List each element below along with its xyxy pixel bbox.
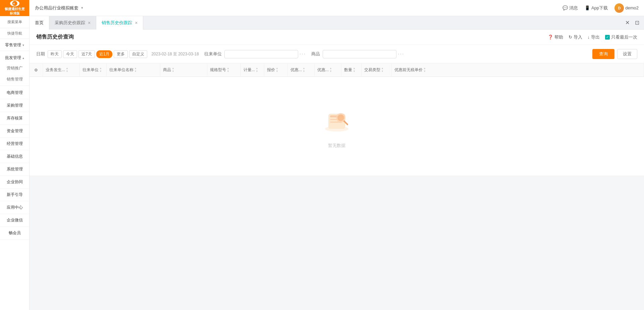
message-btn[interactable]: 💬 消息 [562,5,578,11]
th-trade[interactable]: 交易类型 ▲▼ [362,63,392,76]
page-header: 销售历史价查询 ❓ 帮助 ↻ 导入 ↓ 导出 ✓ 只看最后一次 [30,30,644,45]
calc-sort-arrows[interactable]: ▲▼ [256,67,258,73]
sidebar-item-wechat[interactable]: 企业微信 [0,214,29,227]
sidebar-item-operations[interactable]: 经营管理 [0,138,29,150]
goods-filter-group: 商品 ··· [311,50,404,58]
sidebar-quick-nav[interactable]: 快捷导航 [0,28,29,39]
empty-state: 暂无数据 [30,77,644,175]
date-btn-yesterday[interactable]: 昨天 [48,50,62,58]
tab-sales-close-btn[interactable]: × [135,20,138,25]
th-goods[interactable]: 商品 ▲▼ [160,63,207,76]
goods-dots-btn[interactable]: ··· [398,51,404,57]
export-btn[interactable]: ↓ 导出 [588,34,600,40]
th-spec[interactable]: 规格型号 ▲▼ [207,63,241,76]
date-btn-1month[interactable]: 近1月 [96,50,113,58]
app-logo: 6 畅捷通好生意 标准版 [0,0,29,16]
tab-purchase-history[interactable]: 采购历史价跟踪 × [49,16,96,30]
import-btn[interactable]: ↻ 导入 [569,34,582,40]
th-unit[interactable]: 往来单位 ▲▼ [80,63,107,76]
th-discount2[interactable]: 优惠... ▲▼ [315,63,341,76]
date-btn-today[interactable]: 今天 [63,50,77,58]
export-icon: ↓ [588,35,590,40]
discount1-sort-arrows[interactable]: ▲▼ [303,67,305,73]
th-calc[interactable]: 计量... ▲▼ [241,63,264,76]
user-avatar-btn[interactable]: D demo2 [614,3,639,13]
date-btn-7days[interactable]: 近7天 [78,50,95,58]
goods-sort-arrows[interactable]: ▲▼ [172,67,174,73]
workspace-selector[interactable]: 办公用品行业模拟账套 ▾ [35,5,83,11]
trade-sort-arrows[interactable]: ▲▼ [381,67,384,73]
table-header: ⚙ 业务发生... ▲▼ 往来单位 ▲▼ 往来单位名称 ▲▼ 商品 ▲▼ [30,63,644,77]
sidebar-item-system[interactable]: 系统管理 [0,163,29,176]
divider-1 [0,51,29,51]
app-subtitle: 标准版 [10,11,20,16]
tab-purchase-close-btn[interactable]: × [88,20,91,25]
wholesale-arrow: ▴ [22,56,24,60]
spec-sort-arrows[interactable]: ▲▼ [227,67,229,73]
app-download-btn[interactable]: 📱 App下载 [585,5,608,11]
checkbox-icon: ✓ [605,35,610,40]
settings-gear-icon[interactable]: ⚙ [34,68,38,72]
date-sort-arrows[interactable]: ▲▼ [66,67,68,73]
filter-bar: 日期 昨天 今天 近7天 近1月 更多 自定义 2023-02-18 至 202… [30,45,644,63]
workspace-dropdown-arrow[interactable]: ▾ [81,6,83,10]
sidebar-item-basic[interactable]: 基础信息 [0,150,29,163]
quote-sort-arrows[interactable]: ▲▼ [276,67,278,73]
partner-input[interactable] [224,50,298,58]
partner-input-group: ··· [224,50,306,58]
page-content: 销售历史价查询 ❓ 帮助 ↻ 导入 ↓ 导出 ✓ 只看最后一次 [30,30,644,310]
sidebar-item-newbie[interactable]: 新手引导 [0,189,29,201]
settings-btn[interactable]: 设置 [617,49,637,59]
divider-2 [0,86,29,86]
sidebar-item-inventory[interactable]: 库存核算 [0,112,29,125]
page-title: 销售历史价查询 [36,34,74,41]
tabs-actions: ✕ ⊡ [623,18,644,27]
svg-point-0 [12,1,17,6]
th-discount1[interactable]: 优惠... ▲▼ [288,63,315,76]
unitname-sort-arrows[interactable]: ▲▼ [134,67,137,73]
date-filter-label: 日期 [36,51,45,57]
th-date[interactable]: 业务发生... ▲▼ [43,63,80,76]
import-icon: ↻ [569,35,572,40]
sidebar-item-ecommerce[interactable]: 电商管理 [0,87,29,99]
date-range-display: 2023-02-18 至 2023-03-18 [151,51,199,57]
sidebar-item-finance[interactable]: 资金管理 [0,125,29,138]
notax-sort-arrows[interactable]: ▲▼ [423,67,426,73]
goods-input[interactable] [323,50,396,58]
qty-sort-arrows[interactable]: ▲▼ [353,67,356,73]
sidebar-item-purchase[interactable]: 采购管理 [0,99,29,112]
th-unit-name[interactable]: 往来单位名称 ▲▼ [107,63,160,76]
th-qty[interactable]: 数量 ▲▼ [341,63,362,76]
only-last-checkbox[interactable]: ✓ 只看最后一次 [605,34,637,40]
date-filter-group: 日期 昨天 今天 近7天 近1月 更多 自定义 2023-02-18 至 202… [36,50,199,58]
th-settings[interactable]: ⚙ [30,63,43,76]
date-btn-custom[interactable]: 自定义 [129,50,147,58]
sidebar-item-wholesale[interactable]: 批发管理 ▴ [0,52,29,63]
help-btn[interactable]: ❓ 帮助 [548,34,563,40]
tab-home[interactable]: 首页 [30,16,49,30]
app-name: 畅捷通好生意 [5,7,25,11]
partner-filter-label: 往来单位 [204,51,222,57]
unit-sort-arrows[interactable]: ▲▼ [99,67,102,73]
sidebar-item-member[interactable]: 畅会员 [0,227,29,240]
empty-text: 暂无数据 [328,143,345,149]
tab-sales-history[interactable]: 销售历史价跟踪 × [96,16,143,30]
table-area: ⚙ 业务发生... ▲▼ 往来单位 ▲▼ 往来单位名称 ▲▼ 商品 ▲▼ [30,63,644,175]
sidebar-item-retail[interactable]: 零售管理 ▾ [0,39,29,50]
sidebar-item-sales[interactable]: 销售管理 [0,74,29,85]
sidebar-item-appstore[interactable]: 应用中心 [0,201,29,214]
close-all-tabs-btn[interactable]: ✕ [623,18,632,27]
discount2-sort-arrows[interactable]: ▲▼ [329,67,332,73]
th-notax[interactable]: 优惠前无税单价 ▲▼ [392,63,644,76]
workspace-name: 办公用品行业模拟账套 [35,5,78,11]
sidebar-item-enterprise[interactable]: 企业协同 [0,176,29,189]
date-btn-more[interactable]: 更多 [114,50,128,58]
th-quote[interactable]: 报价 ▲▼ [264,63,288,76]
query-btn[interactable]: 查询 [592,49,614,59]
sidebar-item-marketing[interactable]: 营销推广 [0,63,29,74]
sidebar-search[interactable]: 搜索菜单 [0,16,29,28]
main-area: 办公用品行业模拟账套 ▾ 💬 消息 📱 App下载 D demo2 首页 [30,0,644,310]
maximize-btn[interactable]: ⊡ [633,18,641,27]
svg-text:6: 6 [13,2,14,5]
partner-dots-btn[interactable]: ··· [300,51,306,57]
